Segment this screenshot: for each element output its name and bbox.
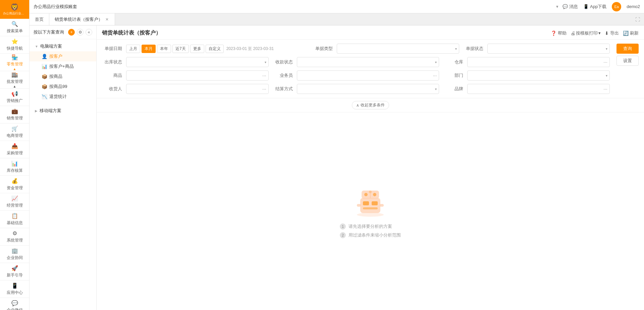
date-btn-this-year[interactable]: 本年 [157,45,171,53]
wholesale-arrow-icon: ▲ [13,85,16,88]
sidebar-item-wholesale[interactable]: 🏬 批发管理 ▲ [0,71,30,89]
page-title: 销货单统计表（按客户） [102,30,161,37]
sidebar-item-system[interactable]: ⚙ 系统管理 [0,228,30,246]
settlement-select[interactable]: ▾ [297,84,439,94]
brand-select[interactable]: ··· [467,84,610,94]
sidebar-item-inventory[interactable]: 📊 库存核算 [0,158,30,176]
salesperson-select[interactable]: ··· [297,70,439,81]
warehouse-input [468,60,601,64]
customer-plan-icon: 👤 [42,54,47,59]
tab-home[interactable]: 首页 [30,13,49,25]
sidebar-item-ecommerce[interactable]: 🛒 电商管理 [0,123,30,141]
date-btn-custom[interactable]: 自定义 [206,45,224,53]
app-logo[interactable]: 🦁 办公用品行业模拟账套 [0,0,30,19]
topbar-title: 办公用品行业模拟账套 [34,4,552,10]
warehouse-dots-icon[interactable]: ··· [601,59,609,65]
desktop-collapse-icon: ▼ [35,45,38,48]
salesperson-dots-icon[interactable]: ··· [431,73,439,78]
plan-by-customer-product[interactable]: 📊 按客户+商品 [30,61,96,71]
desktop-section-header[interactable]: ▼ 电脑端方案 [30,41,96,51]
sidebar-item-quicknav[interactable]: ⭐ 快捷导航 [0,36,30,54]
plan-by-product-99-label: 按商品99 [49,84,67,90]
order-status-label: 单据状态 [463,46,483,52]
plan-return-stats[interactable]: 📉 退货统计 [30,92,96,102]
tab-sales-stats[interactable]: 销货单统计表（按客户） ✕ [49,13,115,25]
receipt-status-input [297,60,433,64]
collapse-panel-btn[interactable]: « [86,29,92,36]
logo-text: 办公用品行业模拟账套 [3,12,26,16]
mobile-section-label: 移动端方案 [40,108,61,114]
receiver-select[interactable]: ··· [126,84,269,94]
refresh-icon: 🔄 [623,31,629,36]
date-btn-more[interactable]: 更多 [190,45,204,53]
svg-point-11 [373,193,376,196]
sidebar-item-sales[interactable]: 💼 销售管理 [0,106,30,123]
brand-dots-icon[interactable]: ··· [601,86,609,92]
plan-by-customer-product-label: 按客户+商品 [49,63,74,69]
query-btn[interactable]: 查询 [616,44,639,54]
out-status-select[interactable]: ▾ [126,57,269,67]
svg-rect-4 [357,204,361,207]
product-dots-icon[interactable]: ··· [260,73,268,78]
search-icon: 🔍 [11,21,18,27]
help-label: 帮助 [558,30,567,36]
receipt-status-select[interactable]: ▾ [297,57,439,67]
plan-by-customer[interactable]: 👤 按客户 [30,51,96,61]
date-btn-this-month[interactable]: 本月 [142,45,156,53]
plan-by-product-99[interactable]: 📦 按商品99 [30,82,96,92]
user-name[interactable]: demo2 [627,4,640,9]
order-type-select[interactable]: ▾ [337,44,459,54]
receiver-dots-icon[interactable]: ··· [260,86,268,92]
sidebar-item-newguide[interactable]: 🚀 新手引导 [0,263,30,280]
plan-return-stats-label: 退货统计 [49,94,67,100]
sidebar-item-retail[interactable]: 🏪 零售管理 ▲ [0,54,30,71]
app-download-btn[interactable]: 📱 App下载 [583,4,606,10]
sidebar-item-corpwechat[interactable]: 💬 企业微信 [0,298,30,310]
newguide-icon: 🚀 [11,265,18,271]
sidebar-item-appcenter[interactable]: 📱 应用中心 [0,280,30,298]
warehouse-select[interactable]: ··· [467,57,610,67]
settings-plan-btn[interactable]: ⚙ [77,29,84,36]
sidebar-item-purchase[interactable]: 📥 采购管理 [0,141,30,158]
filter-row-4: 收货人 ··· 结算方式 ▾ 品牌 [102,84,610,94]
receiver-input [126,87,260,91]
date-btn-last-month[interactable]: 上月 [126,45,140,53]
sidebar-item-search[interactable]: 🔍 搜索菜单 [0,19,30,36]
product99-plan-icon: 📦 [42,84,47,89]
plan-by-customer-label: 按客户 [49,53,62,59]
sidebar-item-marketing[interactable]: 📢 营销推广 [0,89,30,106]
export-btn[interactable]: ⬇ 导出 [605,30,619,36]
page-header: 销货单统计表（按客户） ❓ 帮助 🖨 按模板打印 ▾ ⬇ 导出 [97,25,644,40]
refresh-btn[interactable]: 🔄 刷新 [623,30,639,36]
svg-rect-1 [360,198,380,213]
marketing-icon: 📢 [11,91,18,97]
sidebar-item-operation-label: 经营管理 [7,203,23,208]
left-panel: 按以下方案查询 + ⚙ « ▼ 电脑端方案 👤 按客户 📊 [30,25,97,310]
mobile-collapse-icon: ▶ [35,109,38,113]
help-btn[interactable]: ❓ 帮助 [551,30,567,36]
message-btn[interactable]: 💬 消息 [562,4,578,10]
tab-close-icon[interactable]: ✕ [105,17,109,22]
empty-tip-1-text: 请先选择要分析的方案 [348,223,392,229]
filter-settings-btn[interactable]: 设置 [616,56,639,66]
user-avatar[interactable]: Ea [612,2,621,11]
template-print-btn[interactable]: 🖨 按模板打印 ▾ [571,30,601,36]
collapse-more-btn[interactable]: ∧ 收起更多条件 [352,101,389,109]
sidebar-item-quicknav-label: 快捷导航 [7,46,23,51]
sidebar-item-operation[interactable]: 📈 经营管理 [0,193,30,211]
add-plan-btn[interactable]: + [68,29,75,36]
mobile-section-header[interactable]: ▶ 移动端方案 [30,106,96,116]
product-select[interactable]: ··· [126,70,269,81]
app-download-label: App下载 [590,4,606,10]
order-status-select[interactable]: ▾ [487,44,610,54]
refresh-label: 刷新 [630,30,639,36]
topbar-dropdown-icon[interactable]: ▾ [556,4,558,9]
sidebar-item-enterprise[interactable]: 🏢 企业协同 [0,246,30,263]
department-select[interactable]: ▾ [467,70,610,81]
maximize-icon: ⛶ [635,17,640,22]
tab-maximize-btn[interactable]: ⛶ [631,13,644,25]
plan-by-product[interactable]: 📦 按商品 [30,71,96,82]
sidebar-item-basic[interactable]: 📋 基础信息 [0,211,30,228]
date-btn-last-7days[interactable]: 近7天 [172,45,189,53]
sidebar-item-finance[interactable]: 💰 资金管理 [0,176,30,193]
